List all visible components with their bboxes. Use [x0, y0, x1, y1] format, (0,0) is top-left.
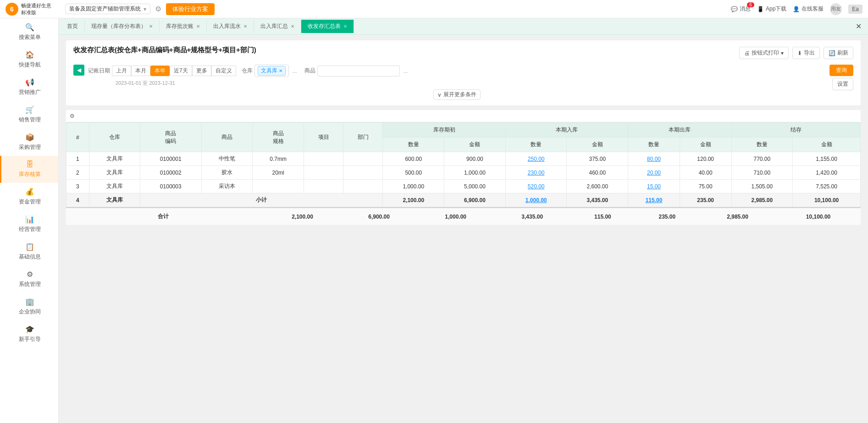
- tab-recv-send[interactable]: 收发存汇总表 ✕: [301, 20, 354, 33]
- sidebar-item-purchase[interactable]: 📦 采购管理: [0, 128, 58, 156]
- goods-filter-group: 商品 ...: [304, 66, 410, 77]
- cell-out-qty[interactable]: 80.00: [628, 152, 680, 166]
- subtotal-label: 小计: [140, 193, 383, 207]
- main-layout: 🔍 搜索菜单 🏠 快捷导航 📢 营销推广 🛒 销售管理 📦 采购管理 🗄 库存核…: [0, 18, 868, 423]
- graduate-icon: 🎓: [25, 325, 34, 334]
- cell-balance-qty: 770.00: [731, 152, 793, 166]
- date-btn-this-year[interactable]: 本年: [150, 66, 170, 76]
- th-balance-qty: 数量: [731, 137, 793, 152]
- cell-in-qty[interactable]: 230.00: [505, 166, 567, 180]
- sidebar-item-finance[interactable]: 💰 资金管理: [0, 183, 58, 210]
- page-content: 收发存汇总表(按仓库+商品编码+商品+规格型号+项目+部门) 🖨 按钮式打印 ▾…: [59, 35, 868, 423]
- cell-project: [304, 166, 343, 180]
- date-btn-custom[interactable]: 自定义: [211, 66, 236, 76]
- subtotal-in-qty[interactable]: 1,000.00: [505, 193, 567, 207]
- cell-balance-amt: 1,155.00: [793, 152, 861, 166]
- filter-main: 记账日期 上月 本月 本年 近7天 更多 自定义: [88, 65, 826, 100]
- th-warehouse: 仓库: [89, 123, 140, 152]
- date-range-text: 2023-01-01 至 2023-12-31: [116, 80, 175, 87]
- query-button[interactable]: 查询: [829, 65, 853, 76]
- cell-out-qty[interactable]: 15.00: [628, 180, 680, 193]
- tab-batch[interactable]: 库存批次账 ✕: [160, 20, 207, 33]
- online-service-button[interactable]: 👤 在线客服: [793, 5, 824, 13]
- tab-close-recv-send[interactable]: ✕: [343, 24, 347, 29]
- app-download-button[interactable]: 📱 App下载: [757, 5, 786, 13]
- th-balance-group: 结存: [731, 123, 860, 137]
- subtotal-balance-qty: 2,985.00: [731, 193, 793, 207]
- finance-icon: 💰: [25, 187, 34, 196]
- table-footer: 合计 2,100.00 6,900.00 1,000.00 3,435.00 1…: [66, 207, 861, 225]
- cell-opening-amt: 900.00: [444, 152, 506, 166]
- warehouse-tag: 文具库 ✕: [258, 66, 286, 76]
- sidebar-item-corp[interactable]: 🏢 企业协同: [0, 293, 58, 320]
- cell-goods-spec: 20ml: [252, 166, 304, 180]
- cell-in-qty[interactable]: 520.00: [505, 180, 567, 193]
- cell-goods-name: 采访本: [201, 180, 252, 193]
- service-icon: 👤: [793, 6, 800, 12]
- cell-in-qty[interactable]: 250.00: [505, 152, 567, 166]
- filter-toggle-arrow[interactable]: ◀: [73, 65, 84, 76]
- cell-out-amt: 40.00: [680, 166, 731, 180]
- tab-inout-flow[interactable]: 出入库流水 ✕: [207, 20, 254, 33]
- cell-department: [343, 180, 383, 193]
- th-goods-name: 商品: [201, 123, 252, 152]
- cell-goods-name: 中性笔: [201, 152, 252, 166]
- tab-inout-summary[interactable]: 出入库汇总 ✕: [254, 20, 301, 33]
- page-title: 收发存汇总表(按仓库+商品编码+商品+规格型号+项目+部门): [73, 46, 256, 55]
- warehouse-more-dots[interactable]: ...: [291, 68, 299, 74]
- sidebar-item-operation[interactable]: 📊 经营管理: [0, 210, 58, 238]
- sidebar-item-newbie[interactable]: 🎓 新手引导: [0, 320, 58, 348]
- date-label: 记账日期: [88, 67, 110, 75]
- user-menu-button[interactable]: 用友: [830, 3, 842, 15]
- export-button[interactable]: ⬇ 导出: [792, 47, 820, 59]
- try-button[interactable]: 体验行业方案: [166, 3, 215, 15]
- sidebar-item-quick[interactable]: 🏠 快捷导航: [0, 46, 58, 73]
- sidebar-item-sales[interactable]: 🛒 销售管理: [0, 101, 58, 128]
- cell-goods-code: 0100001: [140, 152, 201, 166]
- tab-bar-close-button[interactable]: ✕: [851, 22, 866, 31]
- cell-department: [343, 152, 383, 166]
- tab-close-inout-flow[interactable]: ✕: [243, 24, 247, 29]
- tab-close-batch[interactable]: ✕: [196, 24, 200, 29]
- sidebar-item-system[interactable]: ⚙ 系统管理: [0, 265, 58, 293]
- date-btn-this-month[interactable]: 本月: [131, 66, 150, 76]
- print-button[interactable]: 🖨 按钮式打印 ▾: [739, 47, 789, 59]
- filter-card: 收发存汇总表(按仓库+商品编码+商品+规格型号+项目+部门) 🖨 按钮式打印 ▾…: [66, 40, 861, 105]
- refresh-button[interactable]: 🔄 刷新: [824, 47, 853, 59]
- tab-stock-dist[interactable]: 现存量（库存分布表） ✕: [85, 20, 160, 33]
- footer-opening-qty: 2,100.00: [264, 211, 341, 222]
- warehouse-tag-close[interactable]: ✕: [279, 68, 282, 73]
- goods-more-dots[interactable]: ...: [402, 68, 410, 74]
- sidebar-item-search[interactable]: 🔍 搜索菜单: [0, 18, 58, 46]
- system-selector[interactable]: 装备及固定资产辅助管理系统 ▾: [65, 4, 150, 14]
- tab-close-inout-summary[interactable]: ✕: [291, 24, 294, 29]
- th-department: 部门: [343, 123, 383, 152]
- gear-icon[interactable]: ⚙: [155, 5, 161, 13]
- sidebar-item-marketing[interactable]: 📢 营销推广: [0, 73, 58, 101]
- tab-home[interactable]: 首页: [61, 20, 85, 33]
- chevron-down-icon: ▾: [144, 6, 146, 12]
- date-btn-last-month[interactable]: 上月: [112, 66, 131, 76]
- cell-balance-qty: 1,505.00: [731, 180, 793, 193]
- cell-out-qty[interactable]: 20.00: [628, 166, 680, 180]
- goods-input[interactable]: [317, 66, 400, 77]
- home-icon: 🏠: [25, 50, 34, 59]
- settings-button[interactable]: 设置: [832, 78, 853, 90]
- date-btn-7days[interactable]: 近7天: [170, 66, 192, 76]
- date-btn-more[interactable]: 更多: [192, 66, 211, 76]
- cell-opening-qty: 600.00: [383, 152, 444, 166]
- sidebar-item-inventory[interactable]: 🗄 库存核算: [0, 156, 58, 183]
- subtotal-out-qty[interactable]: 115.00: [628, 193, 680, 207]
- footer-in-amt: 3,435.00: [494, 211, 570, 222]
- cell-balance-qty: 710.00: [731, 166, 793, 180]
- sidebar-item-base[interactable]: 📋 基础信息: [0, 238, 58, 265]
- table-settings-icon[interactable]: ⚙: [70, 113, 75, 119]
- message-badge: 6: [747, 2, 754, 7]
- warehouse-input[interactable]: 文具库 ✕: [254, 65, 289, 77]
- cell-warehouse: 文具库: [89, 152, 140, 166]
- tab-close-stock-dist[interactable]: ✕: [149, 24, 153, 29]
- clipboard-icon: 📋: [25, 242, 34, 251]
- message-button[interactable]: 💬 消息 6: [731, 5, 751, 13]
- expand-button[interactable]: ∨ 展开更多条件: [433, 89, 481, 100]
- building-icon: 🏢: [25, 297, 34, 306]
